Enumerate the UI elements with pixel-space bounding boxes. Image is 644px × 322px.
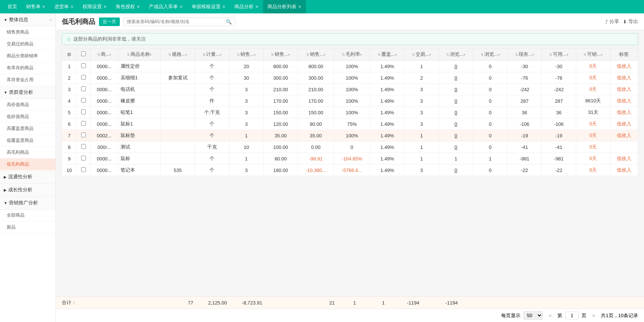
row-select-checkbox[interactable] xyxy=(81,75,86,80)
sidebar-section-growth[interactable]: ▶ 成长性分析 xyxy=(0,184,55,197)
export-button[interactable]: ⬇ 导出 xyxy=(623,18,638,25)
table-container[interactable]: ⚙ ⇅商...▾ ⇅商品名称▾ ⇅规格...▾ ⇅计量...▾ ⇅销售...▾ … xyxy=(56,48,644,296)
view1-link[interactable]: 0 xyxy=(455,121,457,127)
sidebar-section-overall[interactable]: ▼ 整体信息 « xyxy=(0,13,55,26)
filter-recent-month[interactable]: 近一月 xyxy=(99,17,120,26)
view1-link[interactable]: 0 xyxy=(455,87,457,92)
row-select-checkbox[interactable] xyxy=(81,133,86,137)
sidebar-section-flow[interactable]: ▶ 流通性分析 xyxy=(0,170,55,184)
close-icon[interactable]: ✕ xyxy=(255,4,259,9)
close-icon[interactable]: ✕ xyxy=(222,4,225,9)
nav-purchase[interactable]: 进货单 ✕ xyxy=(50,0,78,13)
col-checkbox[interactable] xyxy=(77,48,90,61)
sidebar-item-low-coverage[interactable]: 低覆盖度商品 xyxy=(0,135,55,147)
col-sale-total[interactable]: ⇅销售...▾ xyxy=(298,48,334,61)
row-view1[interactable]: 0 xyxy=(439,61,473,72)
row-checkbox[interactable] xyxy=(77,72,90,84)
col-unit[interactable]: ⇅计量...▾ xyxy=(195,48,229,61)
col-settings[interactable]: ⚙ xyxy=(62,48,77,61)
sidebar-item-category-rate[interactable]: 商品分类助销率 xyxy=(0,50,55,62)
close-icon[interactable]: ✕ xyxy=(298,4,301,9)
close-icon[interactable]: ✕ xyxy=(103,4,107,9)
view1-link[interactable]: 0 xyxy=(455,144,457,150)
row-view1[interactable]: 0 xyxy=(439,165,473,176)
row-checkbox[interactable] xyxy=(77,61,90,72)
row-select-checkbox[interactable] xyxy=(81,63,86,68)
search-input[interactable] xyxy=(127,19,226,24)
row-view1[interactable]: 0 xyxy=(439,130,473,141)
row-checkbox[interactable] xyxy=(77,84,90,95)
collapse-icon[interactable]: « xyxy=(49,17,52,22)
nav-template[interactable]: 单据模板设置 ✕ xyxy=(187,0,230,13)
row-view1[interactable]: 0 xyxy=(439,141,473,153)
col-sale-price[interactable]: ⇅销售...▾ xyxy=(263,48,298,61)
nav-permission[interactable]: 权限设置 ✕ xyxy=(78,0,111,13)
sidebar-item-traded-goods[interactable]: 交易过的商品 xyxy=(0,38,55,50)
col-stock[interactable]: ⇅现有...▾ xyxy=(507,48,542,61)
row-select-checkbox[interactable] xyxy=(81,86,86,91)
col-code[interactable]: ⇅商...▾ xyxy=(90,48,118,61)
col-available[interactable]: ⇅可用...▾ xyxy=(542,48,576,61)
sidebar-item-low-value[interactable]: 低价值商品 xyxy=(0,111,55,123)
row-checkbox[interactable] xyxy=(77,165,90,176)
sidebar-item-all-goods[interactable]: 全部商品 xyxy=(0,210,55,221)
col-coverage[interactable]: ⇅覆盖...▾ xyxy=(370,48,404,61)
view1-link[interactable]: 0 xyxy=(455,98,457,104)
row-view1[interactable]: 0 xyxy=(439,107,473,118)
close-icon[interactable]: ✕ xyxy=(137,4,140,9)
sidebar-item-stock-capital[interactable]: 库存资金占用 xyxy=(0,74,55,86)
nav-home[interactable]: 首页 xyxy=(3,0,22,13)
sidebar-item-high-value[interactable]: 高价值商品 xyxy=(0,99,55,111)
sidebar-item-low-margin[interactable]: 低毛利商品 xyxy=(0,159,55,170)
row-view1[interactable]: 1 xyxy=(439,153,473,165)
nav-role[interactable]: 角色授权 ✕ xyxy=(111,0,144,13)
row-view1[interactable]: 0 xyxy=(439,95,473,107)
page-number-input[interactable] xyxy=(565,312,579,319)
select-all-checkbox[interactable] xyxy=(81,51,86,56)
row-view1[interactable]: 0 xyxy=(439,118,473,130)
search-icon[interactable]: 🔍 xyxy=(226,19,232,25)
nav-goods-analysis[interactable]: 商品分析 ✕ xyxy=(230,0,263,13)
sidebar-item-sales-goods[interactable]: 销售类商品 xyxy=(0,26,55,38)
col-trade[interactable]: ⇅交易...▾ xyxy=(404,48,439,61)
close-icon[interactable]: ✕ xyxy=(42,4,45,9)
row-select-checkbox[interactable] xyxy=(81,156,86,160)
sidebar-section-marketing[interactable]: ▼ 营销推广分析 xyxy=(0,197,55,210)
view1-link[interactable]: 0 xyxy=(455,75,457,81)
close-icon[interactable]: ✕ xyxy=(70,4,74,9)
row-view1[interactable]: 0 xyxy=(439,72,473,84)
page-size-select[interactable]: 50 100 200 xyxy=(523,311,543,320)
view1-link[interactable]: 0 xyxy=(455,64,457,69)
view1-link[interactable]: 0 xyxy=(455,110,457,115)
search-box[interactable]: 🔍 xyxy=(124,17,235,26)
row-select-checkbox[interactable] xyxy=(81,98,86,103)
sidebar-section-cluster[interactable]: ▼ 类群度分析 xyxy=(0,86,55,99)
col-gross-rate[interactable]: ⇅毛利率▾ xyxy=(334,48,370,61)
row-checkbox[interactable] xyxy=(77,95,90,107)
col-spec[interactable]: ⇅规格...▾ xyxy=(160,48,195,61)
col-saleable[interactable]: ⇅可销...▾ xyxy=(576,48,610,61)
close-icon[interactable]: ✕ xyxy=(179,4,183,9)
settings-icon[interactable]: ⚙ xyxy=(67,52,71,57)
nav-sales[interactable]: 销售单 ✕ xyxy=(22,0,50,13)
sidebar-item-stock-goods[interactable]: 有库存的商品 xyxy=(0,62,55,74)
view1-link[interactable]: 0 xyxy=(455,133,457,138)
row-select-checkbox[interactable] xyxy=(81,121,86,126)
share-button[interactable]: ⤴ 分享 xyxy=(605,18,619,25)
row-checkbox[interactable] xyxy=(77,118,90,130)
row-checkbox[interactable] xyxy=(77,130,90,141)
prev-page-button[interactable]: ＜ xyxy=(546,312,554,320)
nav-goods-analysis-list[interactable]: 商品分析列表 ✕ xyxy=(263,0,306,13)
sidebar-item-high-coverage[interactable]: 高覆盖度商品 xyxy=(0,123,55,135)
row-select-checkbox[interactable] xyxy=(81,144,86,149)
row-checkbox[interactable] xyxy=(77,141,90,153)
col-name[interactable]: ⇅商品名称▾ xyxy=(118,48,161,61)
nav-product-entry[interactable]: 产成品入库单 ✕ xyxy=(144,0,187,13)
row-select-checkbox[interactable] xyxy=(81,109,86,114)
sidebar-item-high-margin[interactable]: 高毛利商品 xyxy=(0,147,55,159)
row-select-checkbox[interactable] xyxy=(81,167,86,172)
view1-link[interactable]: 0 xyxy=(455,168,457,173)
col-view2[interactable]: ⇅浏览...▾ xyxy=(473,48,507,61)
row-view1[interactable]: 0 xyxy=(439,84,473,95)
sidebar-item-new-goods[interactable]: 新品 xyxy=(0,221,55,233)
